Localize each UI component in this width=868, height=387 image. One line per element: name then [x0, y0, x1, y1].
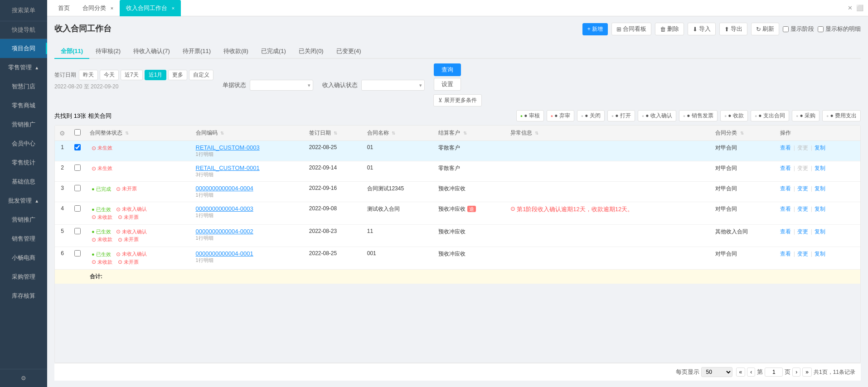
abandon-button[interactable]: ● 弃审	[547, 110, 574, 121]
sidebar-settings[interactable]: ⚙	[0, 369, 47, 387]
filter-tab-all[interactable]: 全部(11)	[54, 44, 89, 59]
filter-tab-changed[interactable]: 已变更(4)	[330, 44, 368, 59]
sidebar-item-project-contract[interactable]: 项目合同	[0, 39, 47, 58]
select-all-checkbox[interactable]	[74, 129, 81, 135]
window-close-icon[interactable]: ✕	[848, 5, 853, 11]
sidebar-item-retail-mgmt[interactable]: 零售管理 ▲	[0, 58, 47, 77]
op-edit-3[interactable]: 变更	[797, 185, 808, 192]
filter-tab-pending-payment[interactable]: 待收款(8)	[217, 44, 255, 59]
op-copy-5[interactable]: 复制	[815, 228, 825, 235]
page-last-button[interactable]: »	[802, 368, 812, 377]
sidebar-item-wholesale[interactable]: 批发管理 ▲	[0, 191, 47, 210]
income-confirm-status-select[interactable]	[361, 80, 425, 91]
date-btn-yesterday[interactable]: 昨天	[79, 70, 98, 80]
op-edit-2[interactable]: 变更	[797, 165, 808, 171]
open-contract-button[interactable]: ● 打开	[607, 110, 635, 121]
approve-button[interactable]: ● 审核	[516, 110, 544, 121]
sort-icon-date[interactable]: ⇅	[334, 131, 337, 135]
import-button[interactable]: ⬇ 导入	[688, 23, 716, 35]
tab-income-contract[interactable]: 收入合同工作台 ×	[120, 0, 181, 16]
row-check-2[interactable]	[70, 161, 85, 182]
sort-icon-abnormal[interactable]: ⇅	[535, 131, 538, 135]
sort-icon-status[interactable]: ⇅	[125, 131, 129, 135]
query-button[interactable]: 查询	[434, 63, 461, 76]
op-view-2[interactable]: 查看	[780, 165, 791, 171]
sidebar-item-purchase[interactable]: 采购管理	[0, 267, 47, 286]
date-btn-today[interactable]: 今天	[100, 70, 119, 80]
kanban-button[interactable]: ⊞ 合同看板	[611, 23, 651, 35]
add-button[interactable]: + 新增	[582, 23, 608, 35]
contract-link-6[interactable]: 0000000000004-0001	[196, 250, 300, 257]
op-view-3[interactable]: 查看	[780, 185, 791, 192]
export-button[interactable]: ⬆ 导出	[719, 23, 747, 35]
row-checkbox-3[interactable]	[74, 185, 81, 191]
doc-status-select[interactable]	[250, 80, 313, 91]
col-settings[interactable]: ⚙	[55, 126, 70, 141]
page-size-select[interactable]: 50 100 200	[701, 367, 732, 377]
date-btn-7days[interactable]: 近7天	[121, 70, 143, 80]
expense-contract-button[interactable]: ● 支出合同	[751, 110, 789, 121]
op-copy-6[interactable]: 复制	[815, 251, 825, 257]
contract-link-3[interactable]: 0000000000004-0004	[196, 185, 300, 192]
row-checkbox-1[interactable]	[74, 144, 81, 150]
sidebar-item-sales-mgmt[interactable]: 销售管理	[0, 229, 47, 248]
sort-icon-code[interactable]: ⇅	[220, 131, 224, 135]
contract-link-4[interactable]: 0000000000004-0003	[196, 205, 300, 212]
row-check-4[interactable]	[70, 202, 85, 225]
tab-close-contract-category[interactable]: ×	[111, 5, 113, 11]
row-check-6[interactable]	[70, 247, 85, 270]
op-edit-6[interactable]: 变更	[797, 251, 808, 257]
sidebar-search[interactable]: 搜索菜单	[0, 0, 47, 21]
sidebar-item-retail-stats[interactable]: 零售统计	[0, 153, 47, 172]
date-btn-more[interactable]: 更多	[168, 70, 187, 80]
row-checkbox-4[interactable]	[74, 205, 81, 212]
sidebar-nav[interactable]: 快捷导航	[0, 21, 47, 39]
row-checkbox-2[interactable]	[74, 164, 81, 171]
op-edit-5[interactable]: 变更	[797, 228, 808, 235]
page-prev-button[interactable]: ‹	[747, 368, 755, 377]
contract-link-2[interactable]: RETAIL_CUSTOM-0001	[196, 164, 300, 171]
window-maximize-icon[interactable]: ⬜	[856, 5, 863, 11]
sidebar-item-marketing2[interactable]: 营销推广	[0, 210, 47, 229]
row-checkbox-5[interactable]	[74, 228, 81, 234]
row-checkbox-6[interactable]	[74, 250, 81, 256]
op-edit-4[interactable]: 变更	[797, 206, 808, 212]
collect-payment-button[interactable]: ● 收款	[720, 110, 748, 121]
op-view-1[interactable]: 查看	[780, 145, 791, 151]
op-copy-4[interactable]: 复制	[815, 206, 825, 212]
expense-payment-button[interactable]: ● 费用支出	[822, 110, 861, 121]
date-btn-1month[interactable]: 近1月	[145, 70, 167, 80]
sidebar-item-member[interactable]: 会员中心	[0, 134, 47, 153]
tab-close-income-contract[interactable]: ×	[172, 5, 175, 11]
sidebar-item-smart-store[interactable]: 智慧门店	[0, 77, 47, 96]
show-stage-checkbox[interactable]	[783, 26, 789, 32]
op-view-6[interactable]: 查看	[780, 251, 791, 257]
filter-tab-pending-review[interactable]: 待审核(2)	[89, 44, 127, 59]
op-copy-1[interactable]: 复制	[815, 145, 825, 151]
sales-invoice-button[interactable]: ● 销售发票	[679, 110, 718, 121]
close-contract-button[interactable]: ● 关闭	[577, 110, 605, 121]
date-btn-custom[interactable]: 自定义	[189, 70, 213, 80]
refresh-button[interactable]: ↻ 刷新	[751, 23, 779, 35]
filter-tab-pending-confirm[interactable]: 待收入确认(7)	[127, 44, 176, 59]
op-edit-1[interactable]: 变更	[797, 145, 808, 151]
purchase-button[interactable]: ● 采购	[792, 110, 820, 121]
show-stage-check[interactable]: 显示阶段	[783, 25, 814, 33]
row-check-3[interactable]	[70, 182, 85, 202]
show-detail-check[interactable]: 显示标的明细	[818, 25, 861, 33]
contract-link-1[interactable]: RETAIL_CUSTOM-0003	[196, 144, 300, 151]
sidebar-item-basic-info[interactable]: 基础信息	[0, 172, 47, 191]
show-detail-checkbox[interactable]	[818, 26, 824, 32]
op-view-4[interactable]: 查看	[780, 206, 791, 212]
settings-icon[interactable]: ⚙	[59, 130, 65, 137]
expand-conditions-button[interactable]: ⊻ 展开更多条件	[433, 94, 481, 106]
page-input[interactable]	[765, 368, 783, 377]
settings-filter-button[interactable]: 设置	[434, 78, 461, 91]
delete-button[interactable]: 🗑 删除	[655, 23, 684, 35]
page-first-button[interactable]: «	[736, 368, 746, 377]
op-copy-2[interactable]: 复制	[815, 165, 825, 171]
tab-contract-category[interactable]: 合同分类 ×	[76, 0, 120, 16]
filter-tab-pending-invoice[interactable]: 待开票(11)	[176, 44, 217, 59]
sidebar-item-marketing[interactable]: 营销推广	[0, 115, 47, 134]
sidebar-item-retail-mall[interactable]: 零售商城	[0, 96, 47, 115]
